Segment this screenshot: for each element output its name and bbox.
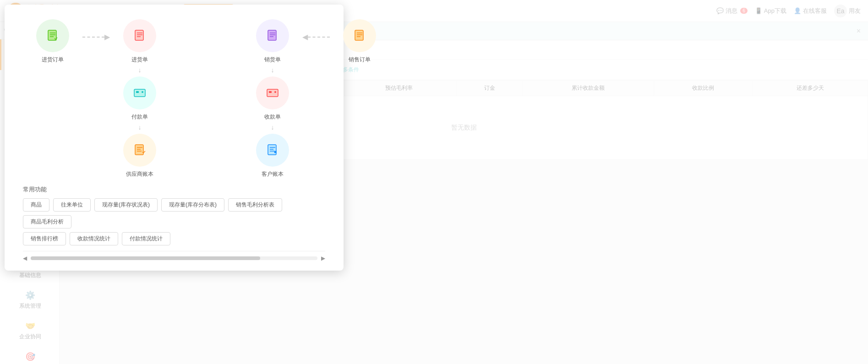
sales-order-label: 销售订单 [349, 56, 371, 64]
scroll-right-arrow[interactable]: ▶ [321, 255, 325, 261]
func-btn-partner[interactable]: 往来单位 [60, 198, 91, 212]
common-functions: 常用功能 商品 往来单位 现存量(库存状况表) 现存量(库存分布表) 销售毛利分… [60, 185, 325, 245]
down-arrow-payment: ↓ [110, 124, 169, 131]
svg-rect-22 [135, 145, 143, 155]
svg-rect-4 [135, 30, 143, 40]
supplier-account-icon [123, 134, 156, 167]
flow-node-payment-bill[interactable]: 付款单 [110, 76, 169, 121]
purchase-order-label: 进货订单 [60, 56, 64, 64]
receipt-bill-label: 收款单 [264, 113, 281, 121]
flow-node-purchase-order[interactable]: 进货订单 [60, 22, 82, 64]
flow-node-sales-order[interactable]: 销售订单 [330, 22, 389, 64]
content-area: 首页 销售订单执行表 × × ❓ 帮助 🖨 按模板打印 ▾ [60, 22, 868, 364]
svg-rect-20 [269, 91, 272, 93]
flow-node-receipt-bill[interactable]: 收款单 [243, 76, 302, 121]
flow-node-sales-bill[interactable]: 销货单 [243, 22, 302, 64]
flow-node-customer-account[interactable]: 客户账本 [243, 134, 302, 178]
supplier-account-label: 供应商账本 [126, 170, 153, 178]
sales-bill-label: 销货单 [264, 56, 281, 64]
down-arrow-receipt: ↓ [243, 124, 302, 131]
flow-node-purchase-bill[interactable]: 进货单 [110, 22, 169, 64]
main-area: 🔍 搜索菜单 🏠 快捷导航 📣 营销推广 🛒 销售管理 📦 采购管理 🏪 [0, 22, 868, 364]
scroll-track[interactable] [60, 256, 317, 260]
flow-arrows-down-2: ↓ ↓ [60, 121, 325, 134]
purchase-bill-label: 进货单 [131, 56, 148, 64]
flow-row-1: 进货订单 ▶ 进货单 [60, 22, 325, 64]
purchase-order-icon [60, 22, 69, 52]
receipt-bill-icon [256, 76, 289, 109]
down-arrow-purchase: ↓ [110, 66, 169, 74]
svg-point-18 [142, 91, 143, 93]
modal-box: 进货订单 ▶ 进货单 [60, 22, 344, 271]
arrow-h-2: ◀ [302, 33, 330, 50]
func-btn-stock-status[interactable]: 现存量(库存状况表) [94, 198, 158, 212]
func-btn-sales-profit[interactable]: 销售毛利分析表 [228, 198, 282, 212]
flow-row-3: 供应商账本 客户账本 [60, 134, 325, 178]
modal-scroll: ◀ ▶ [60, 251, 325, 261]
scroll-thumb [60, 256, 260, 260]
flow-node-supplier-account[interactable]: 供应商账本 [110, 134, 169, 178]
payment-bill-label: 付款单 [131, 113, 148, 121]
svg-rect-19 [267, 89, 278, 97]
sales-order-icon [343, 22, 376, 52]
arrow-h-1: ▶ [82, 33, 110, 50]
svg-point-21 [274, 91, 276, 93]
func-buttons-row-1: 商品 往来单位 现存量(库存状况表) 现存量(库存分布表) 销售毛利分析表 商品… [60, 198, 325, 228]
flow-row-2: 付款单 收款单 [60, 76, 325, 121]
svg-rect-17 [136, 91, 139, 93]
sales-bill-icon [256, 22, 289, 52]
flow-arrows-down: ↓ ↓ [60, 64, 325, 76]
payment-bill-icon [123, 76, 156, 109]
svg-rect-16 [134, 89, 145, 97]
common-functions-title: 常用功能 [60, 185, 325, 194]
svg-point-30 [274, 151, 277, 153]
func-btn-sales-rank[interactable]: 销售排行榜 [60, 232, 66, 245]
customer-account-label: 客户账本 [262, 170, 284, 178]
svg-rect-26 [268, 145, 276, 155]
func-btn-payment-stat[interactable]: 付款情况统计 [122, 232, 170, 245]
func-btn-receipt-stat[interactable]: 收款情况统计 [70, 232, 118, 245]
modal-overlay: 进货订单 ▶ 进货单 [60, 22, 868, 364]
svg-rect-12 [355, 30, 363, 40]
svg-rect-8 [268, 30, 276, 40]
func-btn-stock-dist[interactable]: 现存量(库存分布表) [161, 198, 224, 212]
customer-account-icon [256, 134, 289, 167]
down-arrow-sales: ↓ [243, 66, 302, 74]
app-container: 畅 畅康通好生意 标准版 装备及固定资产辅助管理系统 ▾ ⚙ 体验行业方案 💬 … [0, 0, 868, 364]
func-buttons-row-2: 销售排行榜 收款情况统计 付款情况统计 [60, 232, 325, 245]
purchase-bill-icon [123, 22, 156, 52]
func-btn-product-profit[interactable]: 商品毛利分析 [60, 215, 71, 228]
